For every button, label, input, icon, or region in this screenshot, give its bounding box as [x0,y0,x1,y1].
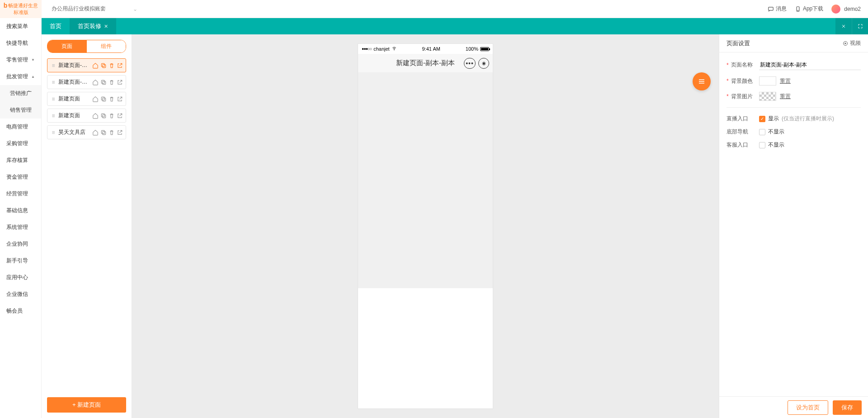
page-row[interactable]: ≡ 新建页面 [47,92,126,106]
trash-icon[interactable] [108,96,115,102]
trash-icon[interactable] [108,62,115,69]
nav-wecom[interactable]: 企业微信 [0,286,41,303]
copy-icon[interactable] [100,62,107,69]
expand-icon [858,24,863,29]
fullscreen-button[interactable] [852,18,868,34]
mini-menu-button[interactable]: ••• [464,58,476,69]
phone-icon [795,6,801,12]
drag-handle-icon[interactable]: ≡ [50,129,57,136]
page-row[interactable]: ≡ 昊天文具店 [47,125,126,139]
copy-icon[interactable] [100,79,107,86]
svg-rect-0 [769,7,774,10]
save-button[interactable]: 保存 [833,400,862,415]
svg-rect-11 [103,131,106,134]
panel-toggle-fab[interactable] [693,72,711,90]
new-page-button[interactable]: + 新建页面 [47,397,126,413]
nav-basic[interactable]: 基础信息 [0,202,41,219]
required-mark: * [726,93,731,100]
preview-canvas: ●●●○○ chanjet 9:41 AM 100% [132,34,719,418]
tab-components[interactable]: 组件 [87,40,126,52]
brand-name: 畅捷通好生意 [8,2,38,9]
home-icon[interactable] [92,129,99,136]
nav-operation[interactable]: 经营管理 [0,185,41,202]
home-icon[interactable] [92,62,99,69]
svg-rect-10 [101,114,104,117]
nav-ecommerce[interactable]: 电商管理 [0,119,41,135]
trash-icon[interactable] [108,113,115,119]
page-row[interactable]: ≡ 新建页面-副本 [47,75,126,89]
live-checkbox[interactable]: ✓ [759,116,765,122]
app-download-button[interactable]: App下载 [795,5,823,13]
page-row[interactable]: ≡ 新建页面-副本… [47,58,126,72]
nav-system[interactable]: 系统管理 [0,219,41,236]
bottom-nav-text: 不显示 [768,128,784,136]
bg-image-swatch[interactable] [759,92,776,101]
drag-handle-icon[interactable]: ≡ [50,62,57,69]
reset-bg-image[interactable]: 重置 [780,93,791,100]
phone-title: 新建页面-副本-副本 [396,59,455,67]
home-icon[interactable] [92,79,99,86]
nav-inventory[interactable]: 库存核算 [0,152,41,169]
page-rows: ≡ 新建页面-副本… ≡ 新建页面-副本 [47,58,126,394]
nav-guide[interactable]: 新手引导 [0,252,41,269]
service-text: 不显示 [768,141,784,149]
nav-retail[interactable]: 零售管理 ▼ [0,52,41,68]
external-icon[interactable] [117,79,123,86]
external-icon[interactable] [117,113,123,119]
nav-wholesale[interactable]: 批发管理 ▲ [0,68,41,85]
nav-coop[interactable]: 企业协同 [0,236,41,252]
nav-search-menu[interactable]: 搜索菜单 [0,18,41,35]
caret-down-icon: ▼ [31,58,35,62]
nav-member[interactable]: 畅会员 [0,303,41,319]
close-icon[interactable]: ✕ [104,24,108,29]
copy-icon[interactable] [100,113,107,119]
home-icon[interactable] [92,113,99,119]
drag-handle-icon[interactable]: ≡ [50,96,57,102]
tab-pages[interactable]: 页面 [47,40,87,52]
trash-icon[interactable] [108,129,115,136]
page-row[interactable]: ≡ 新建页面 [47,109,126,123]
tab-page-editor[interactable]: 首页装修 ✕ [70,18,116,34]
messages-button[interactable]: 消息 [768,5,787,13]
tab-home[interactable]: 首页 [42,18,70,34]
org-selector[interactable]: 办公用品行业模拟账套 ⌄ [49,3,140,14]
page-list-tabs: 页面 组件 [47,40,126,53]
nav-marketing[interactable]: 营销推广 [0,85,41,102]
mini-target-button[interactable]: ◉ [478,58,489,69]
video-link[interactable]: 视频 [843,39,861,47]
svg-rect-9 [103,114,106,118]
signal-icon: ●●●○○ [362,47,372,51]
bg-color-label: 背景颜色 [731,77,759,85]
carrier-label: chanjet [373,46,389,52]
external-icon[interactable] [117,96,123,102]
drag-handle-icon[interactable]: ≡ [50,113,57,119]
nav-quick[interactable]: 快捷导航 [0,35,41,52]
set-home-button[interactable]: 设为首页 [788,400,828,415]
phone-body[interactable] [358,73,493,288]
drag-handle-icon[interactable]: ≡ [50,79,57,86]
service-checkbox[interactable] [759,142,765,148]
phone-frame: ●●●○○ chanjet 9:41 AM 100% [358,43,493,409]
live-text: 显示 [768,115,779,123]
copy-icon[interactable] [100,129,107,136]
nav-purchase[interactable]: 采购管理 [0,135,41,152]
home-icon[interactable] [92,96,99,102]
external-icon[interactable] [117,62,123,69]
status-bar: ●●●○○ chanjet 9:41 AM 100% [358,44,493,54]
bottom-nav-checkbox[interactable] [759,129,765,135]
side-nav: 搜索菜单 快捷导航 零售管理 ▼ 批发管理 ▲ 营销推广 销售管理 电商管理 采… [0,18,42,418]
nav-sales-mgmt[interactable]: 销售管理 [0,102,41,119]
tab-close-button[interactable] [835,18,852,34]
bg-color-swatch[interactable] [759,76,776,86]
edition-badge: 标准版 [14,9,28,16]
reset-bg-color[interactable]: 重置 [780,77,791,85]
svg-point-13 [394,50,394,50]
live-hint: (仅当进行直播时展示) [782,115,834,123]
nav-funds[interactable]: 资金管理 [0,169,41,185]
external-icon[interactable] [117,129,123,136]
page-name-input[interactable] [759,60,861,70]
trash-icon[interactable] [108,79,115,86]
nav-apps[interactable]: 应用中心 [0,269,41,286]
user-menu[interactable]: demo2 [831,5,861,14]
copy-icon[interactable] [100,96,107,102]
